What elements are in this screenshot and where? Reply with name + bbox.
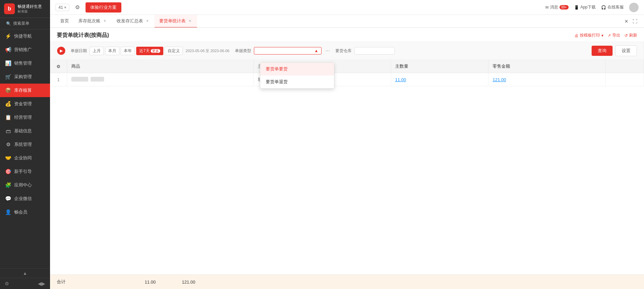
appstore-icon: 🧩 (5, 182, 11, 188)
topbar-left: 41 ▾ ⚙ 体验行业方案 (55, 2, 121, 13)
more-badge: 更多 (151, 49, 160, 53)
message-action[interactable]: ✉ 消息 99+ (545, 4, 569, 10)
member-icon: 👤 (5, 209, 11, 216)
app-download-action[interactable]: 📱 App下载 (574, 4, 596, 10)
col-extra (606, 60, 644, 73)
col-settings-icon[interactable]: ⚙ (50, 60, 67, 73)
product-blur-2 (91, 77, 104, 82)
sidebar-item-label: 企业协同 (14, 155, 32, 161)
message-badge: 99+ (559, 5, 569, 9)
cell-qty: 11.00 (391, 73, 488, 86)
gear-button[interactable]: ⚙ (73, 3, 82, 12)
warehouse-filter-group: 要货仓库 (335, 47, 395, 54)
export-btn[interactable]: ↗ 导出 (607, 32, 620, 38)
refresh-label: 刷新 (629, 32, 637, 38)
sidebar-item-label: 畅会员 (14, 209, 27, 215)
tab-label: 首页 (60, 18, 69, 24)
refresh-icon: ↺ (624, 33, 628, 38)
tab-close-icon[interactable]: × (188, 19, 192, 23)
filter-more-icon[interactable]: ··· (326, 48, 330, 54)
print-icon: 🖨 (574, 33, 578, 38)
sidebar-item-shortcut[interactable]: ⚡ 快捷导航 (0, 29, 50, 43)
sidebar-item-label: 基础信息 (14, 128, 32, 134)
tab-close-icon[interactable]: × (145, 19, 150, 23)
warehouse-select[interactable] (354, 47, 395, 54)
industry-btn[interactable]: 体验行业方案 (86, 2, 121, 13)
table-footer: 合计 11.00 121.00 (50, 274, 644, 289)
sidebar-item-inventory[interactable]: 📦 库存核算 (0, 84, 50, 97)
sidebar-item-guide[interactable]: 🎯 新手引导 (0, 165, 50, 178)
collapse-icon[interactable]: ◀▶ (38, 281, 45, 286)
store-name: 41 (58, 5, 63, 10)
col-product: 商品 (67, 60, 254, 73)
tab-close-all-btn[interactable]: ✕ (623, 18, 630, 25)
date-btn-this-year[interactable]: 本年 (121, 47, 135, 55)
date-range-text: 2023-05-06 至 2023-06-06 (186, 48, 230, 53)
settings-icon[interactable]: ⚙ (5, 281, 9, 286)
cell-extra (606, 73, 644, 86)
online-service-action[interactable]: 🎧 在线客服 (601, 4, 624, 10)
date-btn-last-month[interactable]: 上月 (90, 47, 104, 55)
shortcut-icon: ⚡ (5, 33, 11, 40)
data-table: ⚙ 商品 主计量单位 主数量 零售金额 1 (50, 60, 644, 86)
sidebar-item-member[interactable]: 👤 畅会员 (0, 205, 50, 219)
logo-title: 畅捷通好生意 (18, 4, 42, 9)
chevron-down-icon: ▾ (601, 33, 603, 38)
tab-close-icon[interactable]: × (102, 19, 107, 23)
phone-icon: 📱 (574, 5, 579, 10)
refresh-btn[interactable]: ↺ 刷新 (624, 32, 637, 38)
tab-recv-summary[interactable]: 收发存汇总表 × (112, 15, 154, 28)
finance-icon: 💰 (5, 101, 11, 107)
tab-label: 库存批次账 (78, 18, 100, 24)
tabs-bar: 首页 库存批次账 × 收发存汇总表 × 要货单统计表 × ✕ ⛶ (50, 15, 644, 28)
sidebar-item-base[interactable]: 🗃 基础信息 (0, 124, 50, 138)
sidebar-item-label: 快捷导航 (14, 33, 32, 39)
sidebar-item-label: 资金管理 (14, 101, 32, 107)
store-selector[interactable]: 41 ▾ (55, 4, 69, 11)
qty-link[interactable]: 11.00 (395, 77, 406, 82)
date-label: 单据日期 (71, 48, 87, 54)
sidebar-logo: b 畅捷通好生意 标准版 (0, 0, 50, 18)
setting-button[interactable]: 设置 (615, 45, 637, 56)
filter-expand-btn[interactable]: ▶ (57, 47, 65, 55)
dropdown-item-return-order[interactable]: 要货单退货 (260, 75, 334, 88)
tab-expand-btn[interactable]: ⛶ (631, 18, 639, 25)
tab-home[interactable]: 首页 (55, 15, 74, 28)
tab-label: 要货单统计表 (159, 18, 186, 24)
sidebar-item-sales[interactable]: 📊 销售管理 (0, 57, 50, 70)
sidebar-item-operation[interactable]: 📋 经营管理 (0, 111, 50, 124)
sidebar-search[interactable]: 🔍 搜索菜单 (0, 18, 50, 29)
sidebar-item-wechat[interactable]: 💬 企业微信 (0, 192, 50, 205)
tab-inventory-batch[interactable]: 库存批次账 × (74, 15, 112, 28)
amount-link[interactable]: 121.00 (493, 77, 506, 82)
query-button[interactable]: 查询 (592, 46, 613, 56)
chevron-up-icon: ▲ (314, 48, 318, 53)
main: 41 ▾ ⚙ 体验行业方案 ✉ 消息 99+ 📱 App下载 🎧 在线客服 (50, 0, 644, 289)
topbar-right: ✉ 消息 99+ 📱 App下载 🎧 在线客服 (545, 3, 639, 12)
sidebar-scroll-up[interactable]: ▲ (0, 268, 50, 278)
tab-order-summary[interactable]: 要货单统计表 × (154, 15, 197, 28)
headset-icon: 🎧 (601, 5, 606, 10)
export-icon: ↗ (607, 33, 611, 38)
dropdown-item-purchase-order[interactable]: 要货单要货 (260, 63, 334, 75)
date-btn-this-month[interactable]: 本月 (105, 47, 119, 55)
date-btn-7days[interactable]: 近7天 更多 (136, 47, 163, 55)
sidebar-item-marketing[interactable]: 📢 营销推广 (0, 43, 50, 57)
message-label: 消息 (550, 4, 558, 10)
guide-icon: 🎯 (5, 168, 11, 175)
type-filter-group: 单据类型 ▲ ··· (235, 47, 330, 54)
avatar[interactable] (629, 3, 639, 12)
table-row: 1 块 11.00 121.00 (50, 73, 644, 86)
message-icon: ✉ (545, 5, 549, 10)
type-select[interactable]: ▲ (254, 47, 321, 54)
sidebar-item-appstore[interactable]: 🧩 应用中心 (0, 178, 50, 192)
col-amount: 零售金额 (488, 60, 606, 73)
cell-amount: 121.00 (488, 73, 606, 86)
sidebar-item-system[interactable]: ⚙ 系统管理 (0, 138, 50, 151)
col-qty: 主数量 (391, 60, 488, 73)
sidebar-item-purchase[interactable]: 🛒 采购管理 (0, 70, 50, 84)
date-btn-custom[interactable]: 自定义 (165, 47, 183, 55)
sidebar-item-finance[interactable]: 💰 资金管理 (0, 97, 50, 111)
sidebar-item-enterprise[interactable]: 🤝 企业协同 (0, 151, 50, 165)
print-btn[interactable]: 🖨 按模板打印 ▾ (574, 32, 603, 38)
